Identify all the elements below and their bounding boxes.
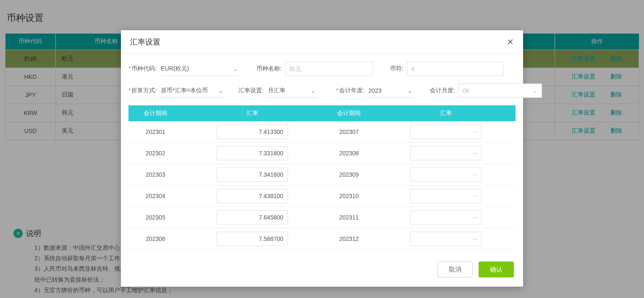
rate-cell [376,121,516,143]
rate-cell [183,228,322,250]
close-icon[interactable]: ✕ [507,38,514,46]
rate-cell [183,207,322,228]
name-input-wrap [285,62,373,76]
rate-table: 会计期间 汇率 会计期间 汇率 202301202307202302202308… [128,105,516,250]
chevron-down-icon: ⌄ [218,87,223,94]
period-cell: 202304 [128,186,183,207]
rate-row: 202305202311 [128,207,516,228]
rate-cell [376,207,516,228]
name-input[interactable] [290,65,369,72]
rate-col-rate2: 汇率 [376,105,516,121]
symbol-input-wrap [407,62,503,76]
rate-cell [183,143,322,164]
modal-title: 汇率设置 [130,37,160,47]
rate-input[interactable] [217,146,288,160]
rate-input[interactable] [410,167,482,182]
period-cell: 202305 [128,207,183,228]
chevron-down-icon: ⌄ [407,87,412,94]
rate-input[interactable] [217,125,288,139]
chevron-down-icon: ⌄ [311,87,316,94]
rate-col-period2: 会计期间 [322,105,376,121]
rate-input[interactable] [217,167,288,182]
rate-input[interactable] [410,232,482,246]
label-calc: *折算方式: [128,87,157,94]
rate-input[interactable] [217,189,288,203]
period-cell: 202302 [128,143,183,164]
code-select[interactable]: EUR(欧元) ⌄ [160,62,240,76]
period-cell: 202308 [322,143,376,164]
rate-input[interactable] [217,210,288,225]
label-name: 币种名称: [257,65,282,73]
period-cell: 202307 [322,121,376,143]
rate-modal: 汇率设置 ✕ *币种代码: EUR(欧元) ⌄ 币种名称: [121,30,523,287]
rate-row: 202306202312 [128,228,516,250]
rate-row: 202304202310 [128,186,516,207]
month-select[interactable]: 06 ⌄ [458,84,542,98]
rate-cell [183,164,322,186]
period-cell: 202303 [128,164,183,186]
chevron-down-icon: ⌄ [532,87,537,94]
calc-select[interactable]: 原币*汇率=本位币 ⌄ [160,84,225,98]
symbol-input[interactable] [411,65,499,72]
label-code: *币种代码: [128,65,157,73]
chevron-down-icon: ⌄ [233,65,238,72]
rate-cell [183,121,322,143]
rate-input[interactable] [410,210,482,225]
year-value: 2023 [369,87,382,94]
period-cell: 202306 [128,228,183,250]
rate-col-rate1: 汇率 [183,105,322,121]
rate-input[interactable] [217,232,288,246]
label-symbol: 币符: [390,65,403,73]
period-cell: 202309 [322,164,376,186]
rate-row: 202303202309 [128,164,516,186]
cancel-button[interactable]: 取消 [437,261,473,277]
rate-input[interactable] [410,125,482,139]
label-month: 会计月度: [430,87,455,94]
period-cell: 202311 [322,207,376,228]
label-year: *会计年度: [336,87,364,94]
label-rate-setting: 汇率设置: [238,87,264,94]
rate-input[interactable] [410,146,482,160]
rate-setting-select[interactable]: 月汇率 ⌄ [267,84,317,98]
calc-value: 原币*汇率=本位币 [161,87,208,94]
rate-cell [376,164,516,186]
year-select[interactable]: 2023 ⌄ [368,84,414,98]
modal-overlay: 汇率设置 ✕ *币种代码: EUR(欧元) ⌄ 币种名称: [0,0,644,298]
rate-row: 202301202307 [128,121,516,143]
rate-col-period1: 会计期间 [128,105,183,121]
code-value: EUR(欧元) [161,65,189,73]
rate-input[interactable] [410,189,482,203]
period-cell: 202310 [322,186,376,207]
period-cell: 202312 [322,228,376,250]
rate-cell [183,186,322,207]
period-cell: 202301 [128,121,183,143]
month-value: 06 [463,87,469,94]
rate-cell [376,143,516,164]
confirm-button[interactable]: 确认 [479,261,514,277]
rate-cell [376,186,516,207]
rate-cell [376,228,516,250]
rate-setting-value: 月汇率 [268,87,285,94]
rate-row: 202302202308 [128,143,516,164]
